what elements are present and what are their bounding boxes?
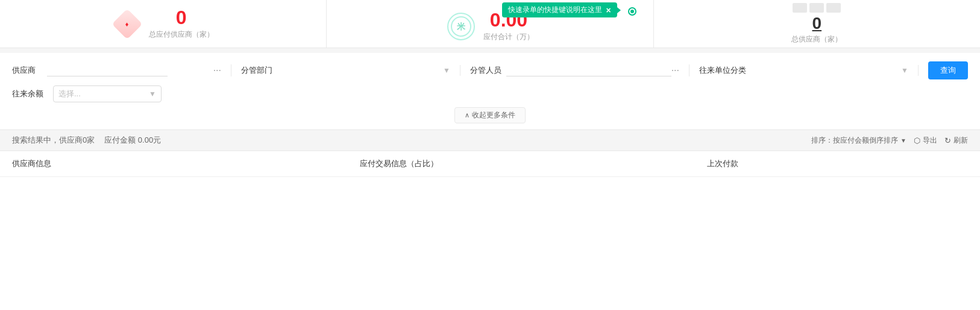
sort-arrow-icon: ▼ [900,137,906,144]
logo-icon: ♦ [113,10,142,39]
export-icon: ⬡ [914,136,920,145]
shortcut-tooltip: 快速录单的快捷键说明在这里 × [502,2,617,17]
export-button[interactable]: ⬡ 导出 [914,135,937,146]
collapse-up-icon: ∧ [465,111,470,119]
query-button[interactable]: 查询 [928,61,968,79]
table-header: 供应商信息 应付交易信息（占比） 上次付款 [0,151,980,177]
filter-person: 分管人员 ··· [460,64,689,76]
tooltip-indicator [629,8,635,14]
collapse-button[interactable]: ∧ 收起更多条件 [454,107,526,123]
refresh-icon: ↻ [944,136,951,145]
dept-arrow-icon: ▼ [443,66,450,75]
stat-total-suppliers: 0 总供应商（家） [654,0,980,48]
table-body [0,177,980,310]
payable-suppliers-number: 0 [176,8,187,27]
svg-text:米: 米 [456,22,466,31]
total-suppliers-label: 总供应商（家） [791,34,842,45]
query-btn-wrapper: 查询 [919,61,968,79]
col-lastpay-header: 上次付款 [707,158,968,169]
stat-total-payable-suppliers: ♦ 0 总应付供应商（家） [0,0,327,48]
sort-label: 排序：按应付会额倒序排序 [811,135,898,146]
refresh-button[interactable]: ↻ 刷新 [944,135,968,146]
collapse-wrapper: ∧ 收起更多条件 [12,107,968,123]
filter-dept: 分管部门 ▼ [231,65,460,76]
supplier-input[interactable] [47,64,168,76]
dept-label: 分管部门 [241,65,272,76]
filter-area: 供应商 ··· 分管部门 ▼ 分管人员 ··· 往来单位分类 ▼ 查询 [0,53,980,130]
person-label: 分管人员 [470,65,501,76]
category-arrow-icon: ▼ [901,66,908,75]
filter-row-2: 往来余额 选择... ▼ [12,85,968,102]
balance-arrow-icon: ▼ [149,90,156,98]
balance-select[interactable]: 选择... ▼ [53,85,162,102]
results-actions: 排序：按应付会额倒序排序 ▼ ⬡ 导出 ↻ 刷新 [811,135,968,146]
col-supplier-header: 供应商信息 [12,158,360,169]
results-summary: 搜索结果中，供应商0家 应付金额 0.00元 [12,135,161,146]
supplier-label: 供应商 [12,65,42,76]
col-payable-header: 应付交易信息（占比） [360,158,708,169]
person-more-button[interactable]: ··· [671,65,679,76]
balance-label: 往来余额 [12,88,43,99]
dept-select[interactable]: ▼ [277,66,450,75]
stats-bar: ♦ 0 总应付供应商（家） 快速录单的快捷键说明在这里 × 米 0.00 应付合… [0,0,980,48]
collapse-label: 收起更多条件 [472,110,515,120]
filter-category: 往来单位分类 ▼ [689,65,919,76]
sort-button[interactable]: 排序：按应付会额倒序排序 ▼ [811,135,906,146]
payable-total-label: 应付合计（万） [483,32,534,42]
filter-row-1: 供应商 ··· 分管部门 ▼ 分管人员 ··· 往来单位分类 ▼ 查询 [12,61,968,79]
payable-suppliers-label: 总应付供应商（家） [149,29,214,40]
stat-payable-total: 快速录单的快捷键说明在这里 × 米 0.00 应付合计（万） [327,0,653,48]
filter-supplier: 供应商 ··· [12,64,231,76]
results-amount: 应付金额 0.00元 [104,135,161,146]
category-label: 往来单位分类 [699,65,746,76]
tooltip-close-button[interactable]: × [606,6,611,14]
export-label: 导出 [923,135,937,146]
coin-icon: 米 [446,11,476,42]
supplier-more-button[interactable]: ··· [213,65,221,76]
person-input[interactable] [506,64,671,76]
refresh-label: 刷新 [953,135,968,146]
supplier-icon-area [793,3,841,13]
results-count: 搜索结果中，供应商0家 [12,135,95,146]
tooltip-text: 快速录单的快捷键说明在这里 [508,5,602,15]
total-suppliers-number: 0 [812,15,822,32]
category-select[interactable]: ▼ [751,66,908,75]
balance-placeholder: 选择... [58,88,149,99]
results-bar: 搜索结果中，供应商0家 应付金额 0.00元 排序：按应付会额倒序排序 ▼ ⬡ … [0,130,980,151]
